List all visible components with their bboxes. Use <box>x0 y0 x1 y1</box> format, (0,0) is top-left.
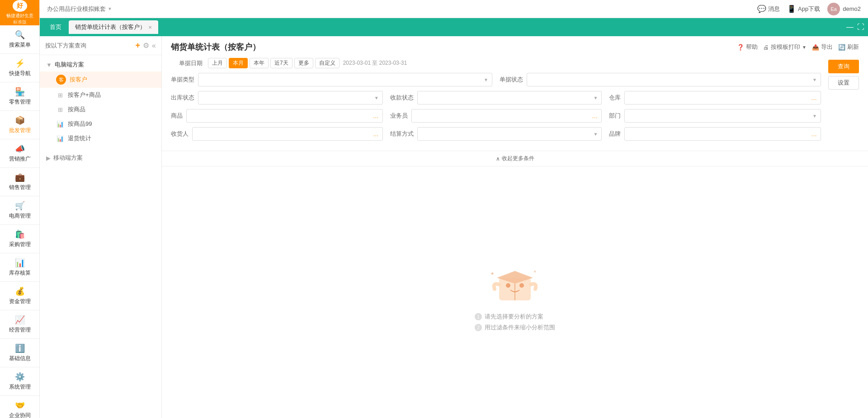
doc-type-chevron: ▼ <box>484 77 488 82</box>
payment-label: 结算方式 <box>390 130 414 138</box>
messages-btn[interactable]: 💬 消息 <box>757 5 780 13</box>
quicknav-icon: ⚡ <box>15 58 25 68</box>
pc-scheme-parent[interactable]: ▼ 电脑端方案 <box>40 58 161 71</box>
messages-label: 消息 <box>768 5 780 13</box>
tab-close-icon[interactable]: ✕ <box>148 25 152 30</box>
sidebar-item-sales[interactable]: 💼 销售管理 <box>0 168 39 196</box>
tabbar: 首页 销货单统计计表（按客户） ✕ — ⛶ <box>40 18 868 36</box>
sidebar-item-finance-label: 资金管理 <box>9 298 31 305</box>
product-label: 商品 <box>171 112 183 120</box>
refresh-action[interactable]: 🔄 刷新 <box>838 43 859 51</box>
app-download-btn[interactable]: 📱 App下载 <box>787 5 820 13</box>
tab-maximize-icon[interactable]: ⛶ <box>857 23 864 31</box>
receiver-input[interactable]: … <box>192 127 383 141</box>
collapse-bar[interactable]: ∧ 收起更多条件 <box>162 151 868 166</box>
btn-more[interactable]: 更多 <box>294 58 313 68</box>
salesperson-input[interactable]: … <box>411 109 602 123</box>
user-profile[interactable]: Ea demo2 <box>827 3 861 15</box>
logo-icon: 好 <box>13 0 27 12</box>
btn-last-month[interactable]: 上月 <box>208 58 227 68</box>
scheme-by-customer-product[interactable]: ⊞ 按客户+商品 <box>40 88 161 102</box>
payment-select[interactable]: ▼ <box>417 127 602 141</box>
left-panel-actions: + ⚙ « <box>136 41 156 50</box>
sidebar-item-wholesale-label: 批发管理 <box>9 127 31 134</box>
tab-sales-stat[interactable]: 销货单统计计表（按客户） ✕ <box>69 20 158 34</box>
tabbar-actions: — ⛶ <box>846 23 864 31</box>
settings-button[interactable]: 设置 <box>828 76 859 90</box>
product-dots: … <box>373 113 379 119</box>
scheme-by-product99[interactable]: 📊 按商品99 <box>40 117 161 131</box>
template-print-action[interactable]: 🖨 按模板打印 ▼ <box>763 43 807 51</box>
sidebar-item-ecommerce[interactable]: 🛒 电商管理 <box>0 196 39 225</box>
svg-text:✦: ✦ <box>490 271 495 277</box>
pc-scheme-section: ▼ 电脑端方案 客 按客户 ⊞ 按客户+商品 ⊞ 按商品 📊 按商品99 <box>40 55 161 148</box>
doc-status-select[interactable]: ▼ <box>527 73 821 86</box>
sidebar-item-quicknav-label: 快捷导航 <box>9 70 31 77</box>
sidebar-item-finance[interactable]: 💰 资金管理 <box>0 282 39 310</box>
collapse-up-icon: ∧ <box>496 156 500 162</box>
add-scheme-icon[interactable]: + <box>136 41 141 50</box>
warehouse-select[interactable]: … <box>624 91 821 104</box>
out-status-select[interactable]: ▼ <box>198 91 383 104</box>
scheme-by-customer[interactable]: 客 按客户 <box>40 71 161 88</box>
topbar: 办公用品行业模拟账套 ▼ 💬 消息 📱 App下载 Ea demo2 <box>40 0 868 18</box>
system-icon: ⚙️ <box>15 372 25 382</box>
doc-type-select[interactable]: ▼ <box>198 73 492 86</box>
sidebar-item-retail[interactable]: 🏪 零售管理 <box>0 82 39 111</box>
scheme-refund-stat[interactable]: 📊 退货统计 <box>40 131 161 146</box>
tab-minimize-icon[interactable]: — <box>846 23 854 31</box>
download-icon: 📱 <box>787 5 796 13</box>
scheme-by-customer-label: 按客户 <box>70 76 87 84</box>
sidebar-item-wholesale[interactable]: 📦 批发管理 <box>0 111 39 139</box>
receive-status-select[interactable]: ▼ <box>417 91 602 104</box>
sidebar-item-basic[interactable]: ℹ️ 基础信息 <box>0 339 39 367</box>
brand-field: 品牌 … <box>609 127 821 141</box>
app-logo: 好 畅捷通好生意 标准版 <box>0 0 40 25</box>
sidebar-item-search[interactable]: 🔍 搜索菜单 <box>0 25 39 54</box>
btn-this-month[interactable]: 本月 <box>229 58 248 68</box>
right-panel: 销货单统计表（按客户） ❓ 帮助 🖨 按模板打印 ▼ 📤 导出 <box>162 36 868 418</box>
help-action[interactable]: ❓ 帮助 <box>737 43 758 51</box>
svg-point-3 <box>519 283 524 288</box>
status-filter-row: 出库状态 ▼ 收款状态 ▼ <box>171 91 821 104</box>
operation-icon: 📈 <box>15 315 25 325</box>
warehouse-label: 仓库 <box>609 94 621 102</box>
sidebar-item-enterprise[interactable]: 🤝 企业协同 <box>0 396 39 418</box>
sidebar-item-purchase[interactable]: 🛍️ 采购管理 <box>0 225 39 253</box>
mobile-expand-icon: ▶ <box>46 155 51 162</box>
date-label: 单据日期 <box>171 59 203 67</box>
btn-last7days[interactable]: 近7天 <box>270 58 292 68</box>
logo-sub: 标准版 <box>13 19 27 25</box>
sidebar-item-marketing[interactable]: 📣 营销推广 <box>0 139 39 168</box>
brand-dots: … <box>811 131 817 138</box>
export-action[interactable]: 📤 导出 <box>812 43 833 51</box>
sidebar-item-quicknav[interactable]: ⚡ 快捷导航 <box>0 54 39 82</box>
refresh-label: 刷新 <box>847 43 859 51</box>
mobile-scheme-parent[interactable]: ▶ 移动端方案 <box>40 151 161 165</box>
query-button[interactable]: 查询 <box>828 60 859 73</box>
brand-input[interactable]: … <box>624 127 821 141</box>
collapse-panel-icon[interactable]: « <box>152 42 156 50</box>
export-icon: 📤 <box>812 44 819 51</box>
help-label: 帮助 <box>746 43 758 51</box>
payment-field: 结算方式 ▼ <box>390 127 602 141</box>
scheme-by-product[interactable]: ⊞ 按商品 <box>40 102 161 117</box>
refresh-icon: 🔄 <box>838 44 845 51</box>
sidebar-item-inventory[interactable]: 📊 库存核算 <box>0 253 39 282</box>
sidebar-item-system[interactable]: ⚙️ 系统管理 <box>0 367 39 396</box>
account-selector[interactable]: 办公用品行业模拟账套 ▼ <box>47 5 112 13</box>
receiver-filter-row: 收货人 … 结算方式 ▼ <box>171 127 821 141</box>
department-select[interactable]: ▼ <box>624 109 821 123</box>
sidebar-item-operation[interactable]: 📈 经营管理 <box>0 310 39 339</box>
date-buttons: 上月 本月 本年 近7天 更多 自定义 2023-03-01 至 2023-03… <box>208 58 407 68</box>
scheme-by-product-label: 按商品 <box>68 105 85 114</box>
date-range: 2023-03-01 至 2023-03-31 <box>343 59 407 67</box>
btn-custom[interactable]: 自定义 <box>315 58 340 68</box>
receiver-dots: … <box>373 131 379 138</box>
export-label: 导出 <box>821 43 833 51</box>
btn-this-year[interactable]: 本年 <box>250 58 269 68</box>
product-input[interactable]: … <box>186 109 383 123</box>
tab-home[interactable]: 首页 <box>43 20 68 34</box>
settings-scheme-icon[interactable]: ⚙ <box>143 41 149 50</box>
department-field: 部门 ▼ <box>609 109 821 123</box>
